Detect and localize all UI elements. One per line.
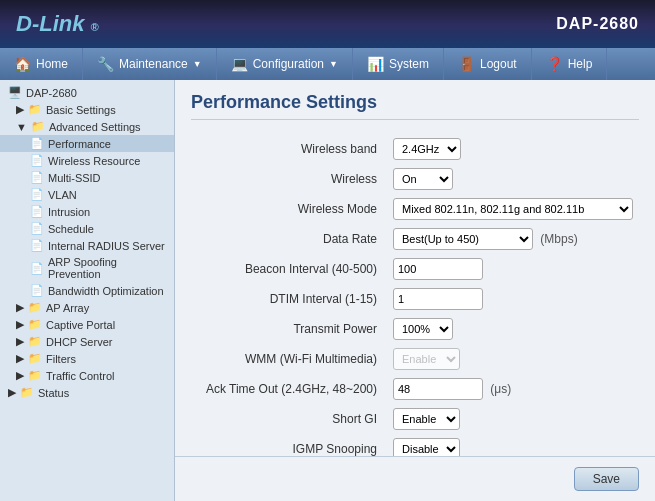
nav-system[interactable]: 📊 System bbox=[353, 48, 444, 80]
doc-icon2: 📄 bbox=[30, 154, 44, 167]
expand-icon5: ▶ bbox=[16, 335, 24, 348]
dtim-interval-input[interactable] bbox=[393, 288, 483, 310]
sidebar-filters-label: Filters bbox=[46, 353, 76, 365]
sidebar-status-label: Status bbox=[38, 387, 69, 399]
folder-icon4: 📁 bbox=[28, 318, 42, 331]
data-rate-unit: (Mbps) bbox=[540, 232, 577, 246]
table-row: Beacon Interval (40-500) bbox=[191, 254, 639, 284]
table-row: Data Rate Best(Up to 450) (Mbps) bbox=[191, 224, 639, 254]
table-row: DTIM Interval (1-15) bbox=[191, 284, 639, 314]
doc-icon3: 📄 bbox=[30, 171, 44, 184]
system-icon: 📊 bbox=[367, 56, 384, 72]
sidebar-item-advanced[interactable]: ▼ 📁 Advanced Settings bbox=[0, 118, 174, 135]
content: Performance Settings Wireless band 2.4GH… bbox=[175, 80, 655, 456]
field-value: 2.4GHz5GHz bbox=[387, 134, 639, 164]
field-label: Short GI bbox=[191, 404, 387, 434]
data-rate-select[interactable]: Best(Up to 450) bbox=[393, 228, 533, 250]
save-button[interactable]: Save bbox=[574, 467, 639, 491]
expand-icon2: ▼ bbox=[16, 121, 27, 133]
field-value bbox=[387, 284, 639, 314]
sidebar-item-arp[interactable]: 📄 ARP Spoofing Prevention bbox=[0, 254, 174, 282]
sidebar-arp-label: ARP Spoofing Prevention bbox=[48, 256, 166, 280]
folder-icon5: 📁 bbox=[28, 335, 42, 348]
expand-icon: ▶ bbox=[16, 103, 24, 116]
field-label: Transmit Power bbox=[191, 314, 387, 344]
sidebar-schedule-label: Schedule bbox=[48, 223, 94, 235]
sidebar-item-status[interactable]: ▶ 📁 Status bbox=[0, 384, 174, 401]
short-gi-select[interactable]: EnableDisable bbox=[393, 408, 460, 430]
page-title: Performance Settings bbox=[191, 92, 639, 120]
nav-maintenance[interactable]: 🔧 Maintenance ▼ bbox=[83, 48, 217, 80]
sidebar-basic-label: Basic Settings bbox=[46, 104, 116, 116]
sidebar-item-performance[interactable]: 📄 Performance bbox=[0, 135, 174, 152]
table-row: Transmit Power 100%75%50%25% bbox=[191, 314, 639, 344]
model-name: DAP-2680 bbox=[556, 15, 639, 33]
save-bar: Save bbox=[175, 456, 655, 501]
folder-icon: 📁 bbox=[28, 103, 42, 116]
sidebar-item-traffic[interactable]: ▶ 📁 Traffic Control bbox=[0, 367, 174, 384]
sidebar-item-vlan[interactable]: 📄 VLAN bbox=[0, 186, 174, 203]
nav-home-label: Home bbox=[36, 57, 68, 71]
maintenance-icon: 🔧 bbox=[97, 56, 114, 72]
igmp-snooping-select[interactable]: DisableEnable bbox=[393, 438, 460, 456]
sidebar-intrusion-label: Intrusion bbox=[48, 206, 90, 218]
ack-timeout-unit: (μs) bbox=[490, 382, 511, 396]
field-label: Ack Time Out (2.4GHz, 48~200) bbox=[191, 374, 387, 404]
sidebar-item-captive[interactable]: ▶ 📁 Captive Portal bbox=[0, 316, 174, 333]
expand-icon6: ▶ bbox=[16, 352, 24, 365]
table-row: IGMP Snooping DisableEnable bbox=[191, 434, 639, 456]
sidebar-dap2680-label: DAP-2680 bbox=[26, 87, 77, 99]
table-row: Wireless band 2.4GHz5GHz bbox=[191, 134, 639, 164]
sidebar-item-dhcp[interactable]: ▶ 📁 DHCP Server bbox=[0, 333, 174, 350]
nav-home[interactable]: 🏠 Home bbox=[0, 48, 83, 80]
doc-icon6: 📄 bbox=[30, 222, 44, 235]
sidebar-item-radius[interactable]: 📄 Internal RADIUS Server bbox=[0, 237, 174, 254]
nav-configuration-label: Configuration bbox=[253, 57, 324, 71]
doc-icon5: 📄 bbox=[30, 205, 44, 218]
form-table: Wireless band 2.4GHz5GHz Wireless OnOff bbox=[191, 134, 639, 456]
wireless-mode-select[interactable]: Mixed 802.11n, 802.11g and 802.11b bbox=[393, 198, 633, 220]
wireless-band-select[interactable]: 2.4GHz5GHz bbox=[393, 138, 461, 160]
field-label: Beacon Interval (40-500) bbox=[191, 254, 387, 284]
sidebar-item-bandwidth[interactable]: 📄 Bandwidth Optimization bbox=[0, 282, 174, 299]
sidebar-item-wireless-resource[interactable]: 📄 Wireless Resource bbox=[0, 152, 174, 169]
field-value: OnOff bbox=[387, 164, 639, 194]
field-label: IGMP Snooping bbox=[191, 434, 387, 456]
navbar: 🏠 Home 🔧 Maintenance ▼ 💻 Configuration ▼… bbox=[0, 48, 655, 80]
nav-logout[interactable]: 🚪 Logout bbox=[444, 48, 532, 80]
sidebar-item-schedule[interactable]: 📄 Schedule bbox=[0, 220, 174, 237]
nav-logout-label: Logout bbox=[480, 57, 517, 71]
field-label: Wireless Mode bbox=[191, 194, 387, 224]
sidebar-item-basic[interactable]: ▶ 📁 Basic Settings bbox=[0, 101, 174, 118]
sidebar-item-multi-ssid[interactable]: 📄 Multi-SSID bbox=[0, 169, 174, 186]
content-area: Performance Settings Wireless band 2.4GH… bbox=[175, 80, 655, 501]
sidebar-multi-ssid-label: Multi-SSID bbox=[48, 172, 101, 184]
nav-help-label: Help bbox=[568, 57, 593, 71]
chevron-down-icon: ▼ bbox=[193, 59, 202, 69]
folder-icon6: 📁 bbox=[28, 352, 42, 365]
table-row: Short GI EnableDisable bbox=[191, 404, 639, 434]
transmit-power-select[interactable]: 100%75%50%25% bbox=[393, 318, 453, 340]
configuration-icon: 💻 bbox=[231, 56, 248, 72]
ack-timeout-input[interactable] bbox=[393, 378, 483, 400]
sidebar-advanced-label: Advanced Settings bbox=[49, 121, 141, 133]
sidebar-item-intrusion[interactable]: 📄 Intrusion bbox=[0, 203, 174, 220]
folder-icon8: 📁 bbox=[20, 386, 34, 399]
sidebar-item-filters[interactable]: ▶ 📁 Filters bbox=[0, 350, 174, 367]
doc-icon4: 📄 bbox=[30, 188, 44, 201]
sidebar-performance-label: Performance bbox=[48, 138, 111, 150]
sidebar-ap-array-label: AP Array bbox=[46, 302, 89, 314]
doc-icon7: 📄 bbox=[30, 239, 44, 252]
beacon-interval-input[interactable] bbox=[393, 258, 483, 280]
sidebar-item-ap-array[interactable]: ▶ 📁 AP Array bbox=[0, 299, 174, 316]
help-icon: ❓ bbox=[546, 56, 563, 72]
doc-icon9: 📄 bbox=[30, 284, 44, 297]
nav-help[interactable]: ❓ Help bbox=[532, 48, 608, 80]
wmm-select[interactable]: EnableDisable bbox=[393, 348, 460, 370]
expand-icon4: ▶ bbox=[16, 318, 24, 331]
nav-system-label: System bbox=[389, 57, 429, 71]
nav-configuration[interactable]: 💻 Configuration ▼ bbox=[217, 48, 353, 80]
field-label: Data Rate bbox=[191, 224, 387, 254]
sidebar-item-dap2680[interactable]: 🖥️ DAP-2680 bbox=[0, 84, 174, 101]
wireless-select[interactable]: OnOff bbox=[393, 168, 453, 190]
